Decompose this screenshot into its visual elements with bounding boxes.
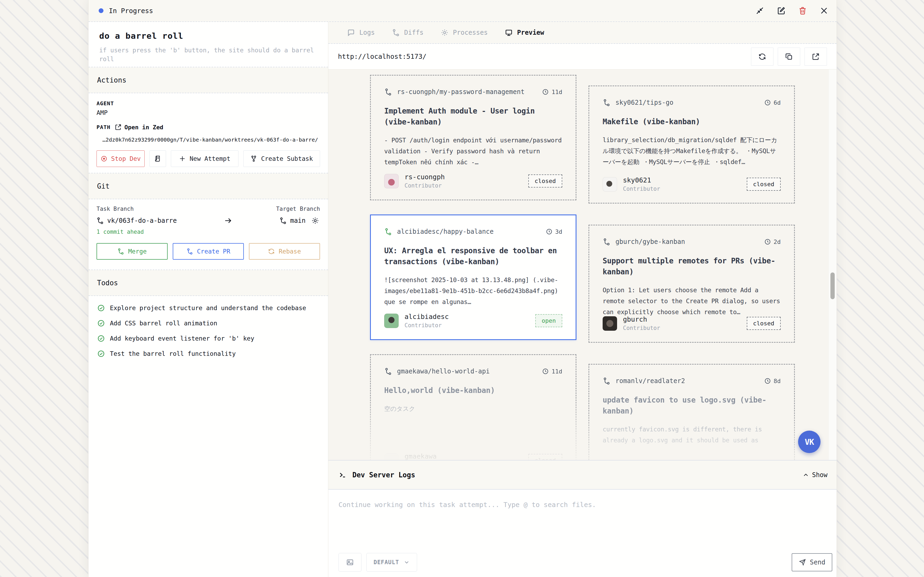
rebase-label: Rebase bbox=[279, 248, 301, 255]
avatar bbox=[384, 453, 399, 460]
actions-section: AGENT AMP PATH Open in Zed …2dz0k7n62z93… bbox=[89, 93, 328, 173]
card-title: update favicon to use logo.svg (vibe-kan… bbox=[603, 395, 781, 416]
pr-card[interactable]: sky0621/tips-go 6d Makefile (vibe-kanban… bbox=[588, 85, 795, 203]
author-name: alcibiadesc bbox=[404, 313, 449, 321]
dev-server-logs-bar[interactable]: Dev Server Logs Show bbox=[328, 460, 837, 490]
plus-icon bbox=[179, 155, 186, 162]
todo-label: Test the barrel roll functionality bbox=[110, 350, 236, 357]
send-label: Send bbox=[810, 559, 825, 566]
message-input[interactable] bbox=[338, 501, 832, 550]
rebase-button[interactable]: Rebase bbox=[249, 243, 320, 259]
pr-card[interactable]: gburch/gybe-kanban 2d Support multiple r… bbox=[588, 225, 795, 343]
send-icon bbox=[799, 559, 806, 566]
open-external-button[interactable] bbox=[804, 48, 827, 66]
card-body: library_selection/db_migration/sqldef 配下… bbox=[603, 135, 781, 168]
close-icon bbox=[819, 6, 829, 15]
target-branch[interactable]: main bbox=[279, 217, 305, 224]
collapse-icon bbox=[755, 6, 764, 15]
send-button[interactable]: Send bbox=[792, 553, 832, 571]
check-circle-icon bbox=[97, 334, 105, 342]
card-repo: alcibiadesc/happy-balance bbox=[397, 228, 494, 235]
tab-logs[interactable]: Logs bbox=[347, 29, 375, 37]
close-button[interactable] bbox=[818, 5, 830, 17]
pr-card-selected[interactable]: alcibiadesc/happy-balance 3d UX: Arregla… bbox=[370, 214, 577, 340]
card-repo: gmaekawa/hello-world-api bbox=[397, 367, 490, 375]
tab-label: Logs bbox=[359, 29, 375, 36]
git-merge-icon bbox=[117, 248, 124, 255]
todo-item: Explore project structure and understand… bbox=[97, 304, 320, 312]
tab-preview[interactable]: Preview bbox=[505, 29, 544, 37]
refresh-button[interactable] bbox=[751, 48, 774, 66]
todo-item: Add keyboard event listener for 'b' key bbox=[97, 334, 320, 342]
vibe-kanban-fab[interactable]: VK bbox=[798, 430, 821, 453]
git-branch-icon bbox=[384, 88, 392, 96]
new-attempt-label: New Attempt bbox=[189, 155, 230, 162]
merge-button[interactable]: Merge bbox=[97, 243, 168, 259]
show-logs-toggle[interactable]: Show bbox=[802, 471, 827, 479]
card-age: 11d bbox=[542, 89, 562, 95]
todo-label: Add keyboard event listener for 'b' key bbox=[110, 335, 254, 342]
author-name: sky0621 bbox=[623, 176, 660, 184]
card-repo: sky0621/tips-go bbox=[615, 99, 674, 106]
preview-url[interactable]: http://localhost:5173/ bbox=[338, 53, 426, 60]
author-name: rs-cuongph bbox=[404, 173, 445, 181]
task-branch[interactable]: vk/063f-do-a-barre bbox=[97, 217, 177, 224]
check-circle-icon bbox=[97, 319, 105, 327]
pr-card[interactable]: romanlv/readlater2 8d update favicon to … bbox=[588, 364, 795, 460]
pr-status-badge: open bbox=[535, 314, 562, 327]
tab-processes[interactable]: Processes bbox=[441, 29, 488, 37]
collapse-button[interactable] bbox=[754, 5, 766, 17]
copy-url-button[interactable] bbox=[778, 48, 800, 66]
pr-status-badge: closed bbox=[528, 174, 562, 187]
create-pr-button[interactable]: Create PR bbox=[173, 243, 244, 259]
card-age: 3d bbox=[546, 228, 562, 235]
card-body: 空のタスク bbox=[384, 403, 562, 414]
card-title: Hello,world (vibe-kanban) bbox=[384, 385, 562, 396]
status-badge: In Progress bbox=[99, 7, 153, 15]
chevron-up-icon bbox=[802, 472, 809, 479]
clock-icon bbox=[542, 368, 549, 375]
card-repo: romanlv/readlater2 bbox=[615, 377, 685, 385]
edit-button[interactable] bbox=[775, 5, 787, 17]
tab-label: Processes bbox=[453, 29, 488, 36]
pr-status-badge: closed bbox=[747, 317, 781, 330]
external-link-icon bbox=[812, 53, 820, 61]
subtask-icon bbox=[250, 155, 257, 162]
pr-card[interactable]: rs-cuongph/my-password-management 11d Im… bbox=[370, 75, 577, 200]
tab-diffs[interactable]: Diffs bbox=[392, 29, 423, 37]
clock-icon bbox=[764, 238, 771, 245]
arrow-right-icon bbox=[224, 216, 233, 225]
attempt-panel: Logs Diffs Processes Preview http://loca… bbox=[328, 22, 837, 577]
git-branch-icon bbox=[279, 217, 287, 224]
new-attempt-button[interactable]: New Attempt bbox=[171, 150, 239, 167]
task-sidebar: do a barrel roll if users press the 'b' … bbox=[89, 22, 328, 577]
stop-icon bbox=[100, 155, 107, 162]
dev-logs-button[interactable] bbox=[149, 150, 166, 167]
create-pr-label: Create PR bbox=[197, 248, 231, 255]
create-subtask-button[interactable]: Create Subtask bbox=[243, 150, 320, 167]
pr-status-badge: closed bbox=[747, 177, 781, 191]
clock-icon bbox=[764, 377, 771, 384]
open-in-zed-link[interactable]: Open in Zed bbox=[115, 124, 163, 131]
scrollbar-thumb[interactable] bbox=[830, 272, 835, 299]
pr-status-badge: closed bbox=[528, 454, 562, 460]
card-repo: rs-cuongph/my-password-management bbox=[397, 88, 525, 96]
attach-image-button[interactable] bbox=[338, 553, 362, 572]
pr-card[interactable]: gmaekawa/hello-world-api 11d Hello,world… bbox=[370, 354, 577, 460]
merge-label: Merge bbox=[128, 248, 147, 255]
stop-dev-button[interactable]: Stop Dev bbox=[97, 150, 145, 167]
gear-icon bbox=[441, 29, 449, 37]
tab-bar: Logs Diffs Processes Preview bbox=[328, 22, 837, 44]
avatar bbox=[384, 314, 399, 328]
card-title: Support multiple remotes for PRs (vibe-k… bbox=[603, 255, 781, 277]
branch-settings-button[interactable] bbox=[310, 216, 320, 226]
terminal-icon bbox=[338, 471, 347, 479]
author-role: Contributor bbox=[404, 322, 449, 329]
delete-button[interactable] bbox=[796, 5, 809, 17]
edit-icon bbox=[777, 6, 786, 15]
composer: DEFAULT Send bbox=[328, 490, 837, 577]
task-branch-label: Task Branch bbox=[97, 206, 134, 212]
card-title: Makefile (vibe-kanban) bbox=[603, 116, 781, 127]
author-role: Contributor bbox=[623, 185, 660, 192]
model-select[interactable]: DEFAULT bbox=[366, 553, 417, 572]
